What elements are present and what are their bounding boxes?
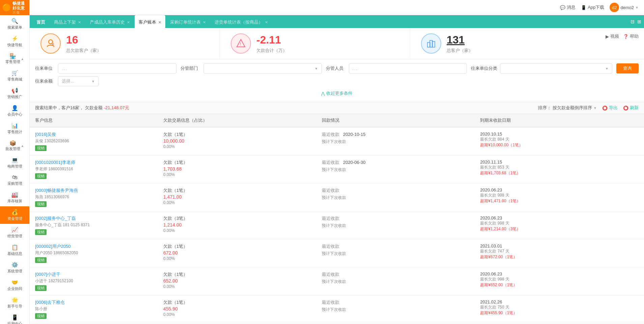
due-overdue-6[interactable]: 超期¥455.90（1笔） (480, 310, 639, 316)
member-icon: 👤 (11, 105, 18, 111)
sort-value: 按欠款金额倒序排序 (553, 105, 592, 111)
tab-home[interactable]: 首页 (32, 17, 49, 28)
debt-percent-1: 0.00% (163, 172, 322, 177)
due-overdue-3[interactable]: 超期¥1,214.00（3笔） (480, 226, 639, 232)
tab-bar-actions: ⊟ ⊞ (631, 15, 641, 28)
retail-mall-icon: 🛒 (11, 70, 18, 76)
due-date-4: 2021.03.01 (480, 243, 639, 248)
sidebar-item-operations[interactable]: 📈 经营管理 (0, 224, 29, 241)
due-days-4: 最长欠款 747 天 (480, 248, 639, 254)
tab-maximize-icon[interactable]: ⊞ (637, 19, 641, 24)
payment-cell-5: 最近收款 预计下次收款 (322, 271, 480, 285)
debt-percent-6: 0.00% (163, 312, 322, 317)
sidebar-item-batch-mgmt[interactable]: 📦 批发管理 ▲ (0, 137, 29, 154)
customer-name-4[interactable]: [000002]用户2050 (35, 243, 163, 249)
customer-tag-0: 现销 (35, 145, 47, 151)
user-menu[interactable]: d2 demo2 ▼ (610, 3, 639, 12)
operations-icon: 📈 (11, 227, 18, 233)
app-center-icon: 📱 (11, 314, 18, 321)
message-button[interactable]: 💬 消息 (560, 4, 576, 10)
due-overdue-5[interactable]: 超期¥652.00（1笔） (480, 282, 639, 288)
sidebar-item-inventory[interactable]: 🏭 库存核算 (0, 189, 29, 206)
tab-close-products-offline[interactable]: ✕ (78, 20, 81, 25)
customer-name-2[interactable]: [0003]畅捷服务尹海燕 (35, 187, 163, 194)
filter-row-1: 往来单位 ... 分管部门 ▼ 分管人员 (35, 63, 639, 73)
refresh-button[interactable]: ⭕ 刷新 (623, 105, 639, 111)
tab-minimize-icon[interactable]: ⊟ (631, 19, 635, 24)
person-input[interactable]: ... (349, 63, 467, 73)
basics-icon: 📋 (11, 244, 18, 251)
sidebar-item-newbie[interactable]: 🌟 新手引导 (0, 294, 29, 312)
recent-label-4: 最近收款 (322, 243, 480, 249)
collapse-button[interactable]: ⋀ 收起更多条件 (35, 89, 639, 98)
sidebar-item-app-center[interactable]: 📱 应用中心 (0, 312, 29, 324)
tab-close-product-history[interactable]: ✕ (127, 20, 130, 25)
customer-tag-4: 现销 (35, 257, 47, 263)
sidebar-item-marketing[interactable]: 📢 营销推广 (0, 85, 29, 102)
sidebar-item-search[interactable]: 🔍 搜索菜单 (0, 15, 29, 33)
sidebar-item-purchase[interactable]: 🛍 采购管理 (0, 172, 29, 189)
customer-tag-6: 现销 (35, 313, 47, 319)
message-label: 消息 (567, 4, 576, 10)
customer-name-6[interactable]: [0006]去下粮仓 (35, 299, 163, 305)
due-overdue-1[interactable]: 超期¥1,703.68（1笔） (480, 170, 639, 176)
balance-select[interactable]: 选择... ▼ (58, 76, 99, 86)
unit-category-chevron-icon: ▼ (605, 67, 609, 70)
unit-category-select[interactable]: ▼ (500, 63, 612, 73)
sidebar-item-retail-mall[interactable]: 🛒 零售商城 (0, 67, 29, 85)
customer-info-cell: [0002]服务中心_丁磊 服务中心_丁磊 181 0125 8371 现销 (35, 215, 163, 235)
tab-close-purchase-summary[interactable]: ✕ (203, 20, 206, 25)
tab-products-offline[interactable]: 商品上下架 ✕ (50, 17, 85, 28)
tab-close-customer-account[interactable]: ✕ (158, 20, 161, 25)
sidebar-item-retail-stats[interactable]: 📊 零售统计 (0, 120, 29, 137)
due-date-0: 2020.10.15 (480, 131, 639, 137)
source-unit-input[interactable]: ... (58, 63, 176, 73)
export-button[interactable]: ⭕ 导出 (602, 105, 618, 111)
sidebar-item-basics[interactable]: 📋 基础信息 (0, 241, 29, 259)
due-overdue-0[interactable]: 超期¥10,000.00（1笔） (480, 142, 639, 148)
sidebar-operations-label: 经营管理 (7, 234, 22, 239)
tab-purchase-summary[interactable]: 采购订单统计表 ✕ (166, 17, 210, 28)
tab-inbound-stats[interactable]: 进货单统计表（按商品） ✕ (211, 17, 272, 28)
debt-info-cell-1: 欠款（1笔） 1,703.68 0.00% (163, 159, 322, 177)
sidebar-item-ecommerce[interactable]: 💻 电商管理 (0, 154, 29, 172)
app-download-button[interactable]: 📱 App下载 (581, 4, 604, 10)
svg-text:¥: ¥ (51, 42, 54, 47)
sidebar-basics-label: 基础信息 (7, 251, 22, 256)
col-customer-info: 客户信息 (35, 117, 163, 123)
customer-contact-6: 陈小册 (35, 306, 163, 312)
quick-nav-icon: ⚡ (11, 35, 18, 42)
customer-name-0[interactable]: [0016]吴俊 (35, 131, 163, 138)
payment-cell-0: 最近收款 2020-10-15 预计下次收款 (322, 131, 480, 145)
sidebar-item-finance[interactable]: 💰 资金管理 (0, 206, 29, 224)
tab-customer-account[interactable]: 客户账本 ✕ (135, 15, 165, 28)
results-debt-amount: -21,148.07元 (104, 105, 129, 110)
tab-product-history[interactable]: 产成品入库单历史 ✕ (86, 17, 134, 28)
search-button[interactable]: 查询 (616, 63, 639, 73)
debt-info-cell-3: 欠款（3笔） 1,214.00 0.00% (163, 215, 322, 233)
tab-close-inbound-stats[interactable]: ✕ (265, 20, 268, 25)
due-overdue-2[interactable]: 超期¥1,471.00（1笔） (480, 198, 639, 204)
due-overdue-4[interactable]: 超期¥672.00（1笔） (480, 254, 639, 260)
filter-person: 分管人员 ... (326, 63, 467, 73)
sidebar-system-label: 系统管理 (7, 269, 22, 274)
sidebar-item-member[interactable]: 👤 会员中心 (0, 102, 29, 120)
sidebar-item-system[interactable]: ⚙️ 系统管理 (0, 259, 29, 276)
sidebar-item-enterprise-coop[interactable]: 🤝 企业协同 (0, 276, 29, 294)
debt-percent-0: 0.00% (163, 144, 322, 149)
video-button[interactable]: ▶ 视频 (606, 33, 619, 39)
debt-count-4: 欠款（1笔） (163, 243, 322, 249)
customer-name-1[interactable]: [0001020001]李老师 (35, 159, 163, 166)
customer-name-3[interactable]: [0002]服务中心_丁磊 (35, 215, 163, 222)
next-label-2: 预计下次收款 (322, 195, 480, 201)
debt-customers-label: 总欠款客户（家） (66, 48, 101, 54)
customer-name-5[interactable]: [0007]小进干 (35, 271, 163, 277)
dept-select[interactable]: ▼ (203, 63, 322, 73)
sidebar-retail-stats-label: 零售统计 (7, 129, 22, 135)
sidebar-item-retail-mgmt[interactable]: 🏪 零售管理 ▲ (0, 50, 29, 67)
sidebar-item-quick-nav[interactable]: ⚡ 快捷导航 (0, 33, 29, 50)
payment-cell-3: 最近收款 预计下次收款 (322, 215, 480, 229)
sort-chevron-icon: ▼ (593, 106, 597, 110)
sort-selector[interactable]: 排序： 按欠款金额倒序排序 ▼ (538, 105, 597, 111)
help-button[interactable]: ❓ 帮助 (623, 33, 639, 39)
